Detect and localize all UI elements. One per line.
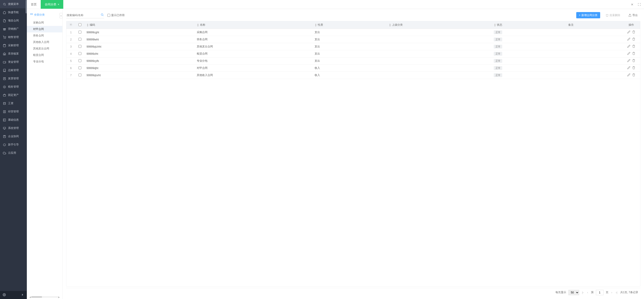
cloud-icon (3, 151, 6, 155)
tree-hscroll[interactable]: ◀ ▶ (29, 296, 60, 298)
tree-root[interactable]: 全部分类 (27, 12, 62, 18)
scroll-right-icon[interactable]: ▶ (58, 296, 60, 298)
col-code[interactable]: ▲▼编码 (84, 21, 194, 29)
sidebar-item-1[interactable]: 快捷导航 (0, 8, 27, 16)
col-op: 操作 (622, 21, 640, 29)
delete-icon[interactable] (632, 67, 635, 70)
sidebar-item-5[interactable]: 采购管理 (0, 41, 27, 50)
warehouse-icon (3, 52, 6, 56)
grid-icon (30, 13, 33, 17)
tree-item-1[interactable]: 对甲合同 (27, 26, 62, 32)
edit-icon[interactable] (627, 31, 630, 34)
tabs-bar: 首页 合同分类 × (27, 0, 644, 9)
close-all-tabs-icon[interactable] (630, 2, 634, 7)
prev-page-icon[interactable]: ‹ (586, 291, 589, 294)
edit-icon[interactable] (627, 60, 630, 63)
settings-icon[interactable] (3, 293, 6, 297)
show-disabled-checkbox[interactable]: 显示已停用 (107, 13, 124, 17)
tab-contract-category[interactable]: 合同分类 × (41, 0, 63, 9)
cell-status: 正常 (492, 43, 566, 50)
delete-icon[interactable] (632, 45, 635, 48)
gift-icon (3, 27, 6, 31)
edit-icon[interactable] (627, 52, 630, 56)
cell-parent (386, 57, 492, 65)
toolbar: 显示已停用 + 新增合同分类 批量删除 导出 (66, 12, 640, 18)
tab-home[interactable]: 首页 (27, 0, 41, 9)
scroll-left-icon[interactable]: ◀ (29, 296, 31, 298)
tree-item-2[interactable]: 劳务合同 (27, 32, 62, 39)
collapse-tree-icon[interactable]: « (60, 13, 62, 18)
delete-icon[interactable] (632, 74, 635, 77)
edit-icon[interactable] (627, 67, 630, 70)
svg-rect-22 (3, 119, 6, 121)
edit-icon[interactable] (627, 38, 630, 41)
sidebar-item-17[interactable]: 新手引导 (0, 141, 27, 149)
row-checkbox[interactable] (78, 38, 82, 41)
delete-icon[interactable] (632, 31, 635, 34)
sidebar-item-18[interactable]: 云应用 (0, 149, 27, 157)
row-checkbox[interactable] (78, 59, 82, 62)
next-page-icon[interactable]: › (611, 291, 613, 294)
cell-code: 99999qtzhht (84, 43, 194, 50)
sidebar-item-13[interactable]: 经营管理 (0, 107, 27, 116)
delete-icon[interactable] (632, 60, 635, 63)
edit-icon[interactable] (627, 74, 630, 77)
collapse-sidebar-icon[interactable] (21, 293, 24, 297)
sidebar-item-12[interactable]: 工资 (0, 99, 27, 107)
sidebar-item-7[interactable]: 资金管理 (0, 58, 27, 66)
sidebar-item-label: 云应用 (8, 151, 16, 155)
fullscreen-icon[interactable] (637, 2, 642, 7)
page-input[interactable] (596, 290, 604, 295)
col-settings[interactable] (66, 21, 75, 29)
delete-icon[interactable] (632, 52, 635, 56)
first-page-icon[interactable]: |‹ (582, 291, 584, 294)
close-icon[interactable]: × (58, 3, 59, 6)
tree-item-5[interactable]: 租赁合同 (27, 52, 62, 58)
row-checkbox[interactable] (78, 31, 82, 33)
sidebar-item-15[interactable]: 系统管理 (0, 124, 27, 132)
sidebar-item-11[interactable]: 固定资产 (0, 91, 27, 99)
tree-item-3[interactable]: 其他收入合同 (27, 39, 62, 45)
last-page-icon[interactable]: ›| (615, 291, 618, 294)
sidebar-item-6[interactable]: 库存核算 (0, 50, 27, 58)
tree-item-6[interactable]: 专业分包 (27, 58, 62, 65)
sidebar-item-10[interactable]: 税务管理 (0, 83, 27, 91)
row-checkbox[interactable] (78, 52, 82, 55)
col-status[interactable]: ▲▼状态 (492, 21, 566, 29)
sidebar-item-label: 项目合同 (8, 19, 19, 22)
cell-nature: 支出 (312, 43, 386, 50)
add-category-button[interactable]: + 新增合同分类 (576, 12, 600, 18)
search-input[interactable] (66, 12, 104, 18)
tree-item-4[interactable]: 其他支出合同 (27, 45, 62, 52)
row-checkbox[interactable] (78, 66, 82, 69)
cell-remark (566, 29, 622, 36)
sidebar-item-label: 搜索菜单 (8, 2, 19, 6)
sidebar-item-0[interactable]: 搜索菜单 (0, 0, 27, 8)
sidebar-item-label: 总账管理 (8, 68, 19, 72)
row-checkbox[interactable] (78, 45, 82, 48)
row-index: 2 (66, 36, 75, 43)
row-checkbox[interactable] (78, 73, 82, 76)
sidebar-item-2[interactable]: 项目合同 (0, 16, 27, 25)
col-nature[interactable]: ▲▼性质 (312, 21, 386, 29)
svg-rect-38 (31, 14, 32, 15)
sidebar-item-14[interactable]: 基础信息 (0, 116, 27, 124)
tree-item-0[interactable]: 采购合同 (27, 19, 62, 26)
svg-point-0 (3, 3, 5, 5)
sidebar-item-16[interactable]: 企业协同 (0, 132, 27, 141)
cell-nature: 收入 (312, 72, 386, 79)
col-parent[interactable]: ▲▼上级分类 (386, 21, 492, 29)
search-icon[interactable] (100, 13, 104, 17)
sidebar-item-3[interactable]: 营销推广 (0, 25, 27, 33)
sidebar-item-9[interactable]: 发票管理 (0, 74, 27, 83)
per-page-select[interactable]: 50 (568, 290, 579, 295)
col-name[interactable]: ▲▼名称 (194, 21, 312, 29)
edit-icon[interactable] (627, 45, 630, 48)
select-all-checkbox[interactable] (78, 23, 82, 26)
delete-icon[interactable] (632, 38, 635, 41)
sidebar-item-4[interactable]: 销售管理 (0, 33, 27, 41)
sidebar-item-8[interactable]: 总账管理 (0, 66, 27, 74)
svg-point-10 (5, 62, 5, 62)
export-button[interactable]: 导出 (626, 12, 640, 18)
svg-point-43 (70, 24, 71, 25)
